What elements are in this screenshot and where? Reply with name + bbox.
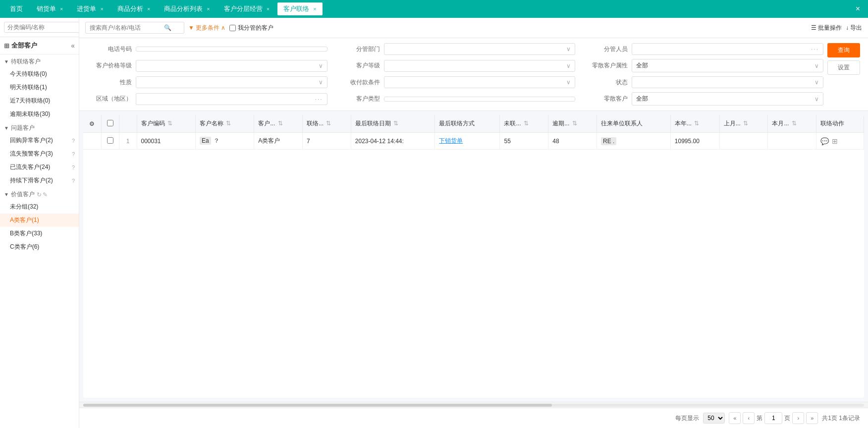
status-select[interactable]: ∨	[632, 76, 823, 88]
close-sales-order-icon[interactable]: ×	[60, 6, 63, 12]
nav-customer-contact[interactable]: 客户联络 ×	[277, 2, 322, 15]
sidebar-item-today-contact[interactable]: 今天待联络(0)	[0, 67, 79, 81]
sort-icon-5[interactable]: ⇅	[393, 120, 398, 127]
help-icon-churn-warning[interactable]: ?	[72, 151, 75, 157]
refresh-icon[interactable]: ↻	[37, 191, 42, 198]
price-level-select[interactable]: ∨	[136, 60, 327, 72]
sort-icon-8[interactable]: ⇅	[694, 120, 699, 127]
filter-row-3: 性质 ∨ 收付款条件 ∨	[87, 76, 823, 88]
row-customer-name: Ea ？	[195, 133, 254, 150]
sidebar-group-pending-contact[interactable]: ▼ 待联络客户	[0, 54, 79, 67]
customer-type-label: 客户类型	[335, 95, 380, 103]
next-page-button[interactable]: ›	[792, 412, 804, 424]
sidebar-item-b-class[interactable]: B类客户(33)	[0, 227, 79, 240]
scrollbar-thumb[interactable]	[83, 404, 552, 407]
sidebar-item-churned[interactable]: 已流失客户(24) ?	[0, 160, 79, 174]
sidebar-item-churn-warning[interactable]: 流失预警客户(3) ?	[0, 147, 79, 160]
close-customer-tier-icon[interactable]: ×	[267, 6, 270, 12]
more-conditions-button[interactable]: ▼ 更多条件 ∧	[188, 24, 225, 32]
row-this-year: 10995.00	[670, 133, 719, 150]
manager-input[interactable]: ···	[632, 43, 823, 55]
close-purchase-order-icon[interactable]: ×	[100, 6, 103, 12]
chat-icon[interactable]: 💬	[820, 137, 829, 145]
sidebar-group-problem-customers[interactable]: ▼ 问题客户	[0, 121, 79, 134]
nature-select[interactable]: ∨	[136, 76, 327, 88]
sidebar-item-a-class[interactable]: A类客户(1)	[0, 214, 79, 227]
customer-level-select[interactable]: ∨	[384, 60, 576, 72]
filter-icon: ▼	[188, 24, 194, 31]
search-icon[interactable]: 🔍	[164, 24, 171, 31]
sidebar-item-c-class[interactable]: C类客户(6)	[0, 240, 79, 254]
customer-type-input[interactable]	[384, 97, 576, 102]
sort-icon-7[interactable]: ⇅	[572, 120, 577, 127]
prev-page-button[interactable]: ‹	[743, 412, 755, 424]
dept-label: 分管部门	[335, 45, 380, 54]
close-product-analysis-icon[interactable]: ×	[147, 6, 150, 12]
per-page-label: 每页显示	[675, 414, 699, 423]
sidebar-item-7days-contact[interactable]: 近7天待联络(0)	[0, 94, 79, 107]
sidebar-item-repurchase-abnormal[interactable]: 回购异常客户(2) ?	[0, 134, 79, 147]
sidebar-item-tomorrow-contact[interactable]: 明天待联络(1)	[0, 81, 79, 94]
sidebar-collapse-button[interactable]: «	[71, 42, 75, 50]
region-select[interactable]: ···	[136, 93, 327, 105]
row-last-contact-date: 2023-04-12 14:44:	[351, 133, 435, 150]
window-close-button[interactable]: ×	[852, 4, 864, 13]
sidebar-all-customers-header[interactable]: ⊞ 全部客户 «	[0, 37, 79, 54]
last-method-link[interactable]: 下销货单	[439, 137, 463, 144]
customer-level-label: 客户等级	[335, 61, 380, 70]
dept-select[interactable]: ∨	[384, 43, 576, 55]
settings-button[interactable]: 设置	[827, 60, 860, 75]
edit-group-icon[interactable]: ✎	[43, 191, 48, 198]
row-checkbox[interactable]	[107, 137, 113, 144]
category-search-input[interactable]	[4, 22, 79, 33]
nav-product-analysis[interactable]: 商品分析 ×	[111, 2, 156, 15]
sidebar-item-overdue-contact[interactable]: 逾期未联络(30)	[0, 107, 79, 121]
sort-icon[interactable]: ⇅	[167, 120, 172, 127]
select-all-checkbox[interactable]	[107, 120, 113, 126]
row-unit-contact: RE .	[597, 133, 671, 150]
col-unit-contact: 往来单位联系人	[597, 115, 671, 133]
phone-input[interactable]	[136, 47, 327, 52]
close-customer-contact-icon[interactable]: ×	[313, 6, 316, 12]
row-contact-count: 7	[303, 133, 351, 150]
help-icon-churned[interactable]: ?	[72, 164, 75, 170]
query-button[interactable]: 查询	[827, 43, 860, 57]
sidebar-item-ungrouped[interactable]: 未分组(32)	[0, 200, 79, 214]
sort-icon-9[interactable]: ⇅	[743, 120, 748, 127]
col-customer-type: 客户... ⇅	[254, 115, 303, 133]
nav-home[interactable]: 首页	[4, 2, 29, 15]
my-customers-checkbox[interactable]	[229, 25, 236, 31]
nav-purchase-order[interactable]: 进货单 ×	[71, 2, 109, 15]
page-size-select[interactable]: 50	[703, 413, 725, 424]
sort-icon-4[interactable]: ⇅	[326, 120, 331, 127]
scrollbar-track[interactable]	[83, 404, 864, 407]
help-icon-repurchase[interactable]: ?	[72, 138, 75, 144]
nav-sales-order[interactable]: 销货单 ×	[31, 2, 69, 15]
nav-product-analysis-list[interactable]: 商品分析列表 ×	[158, 2, 216, 15]
export-button[interactable]: ↓ 导出	[846, 24, 862, 32]
page-label: 第	[757, 414, 762, 423]
col-gear: ⚙	[83, 115, 101, 133]
payment-select[interactable]: ∨	[384, 76, 576, 88]
qr-icon[interactable]: ⊞	[832, 137, 838, 145]
gear-icon[interactable]: ⚙	[89, 120, 95, 127]
sidebar-group-value-customers[interactable]: ▼ 价值客户 ↻ ✎	[0, 187, 79, 200]
close-product-analysis-list-icon[interactable]: ×	[207, 6, 210, 12]
page-end-label: 页	[784, 414, 790, 423]
first-page-button[interactable]: «	[729, 412, 741, 424]
last-page-button[interactable]: »	[806, 412, 818, 424]
retail-attr-select[interactable]: 全部 ∨	[632, 59, 823, 72]
batch-operation-button[interactable]: ☰ 批量操作	[811, 24, 842, 32]
sort-icon-10[interactable]: ⇅	[792, 120, 797, 127]
sidebar-item-declining[interactable]: 持续下滑客户(2) ?	[0, 174, 79, 187]
horizontal-scrollbar[interactable]	[79, 402, 868, 408]
sort-icon-2[interactable]: ⇅	[226, 120, 231, 127]
my-customers-checkbox-area[interactable]: 我分管的客户	[229, 24, 273, 32]
sort-icon-6[interactable]: ⇅	[524, 120, 529, 127]
help-icon-declining[interactable]: ?	[72, 178, 75, 184]
customer-search-input[interactable]	[90, 24, 164, 31]
sort-icon-3[interactable]: ⇅	[278, 120, 283, 127]
nav-customer-tier[interactable]: 客户分层经营 ×	[218, 2, 275, 15]
retail-customer-select[interactable]: 全部 ∨	[632, 92, 823, 106]
page-number-input[interactable]	[764, 412, 782, 424]
